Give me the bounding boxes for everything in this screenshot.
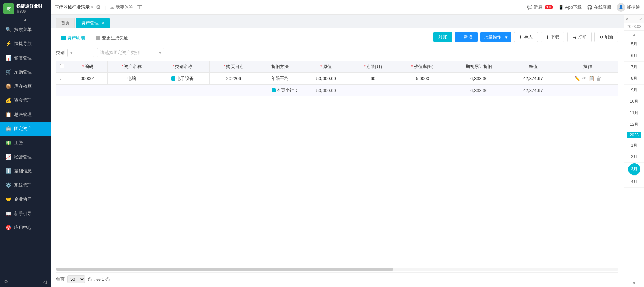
logo-icon: 财 bbox=[3, 3, 14, 14]
inventory-icon: 📦 bbox=[5, 83, 11, 89]
topbar-settings-icon[interactable]: ⚙ bbox=[96, 4, 101, 10]
row-category: 电子设备 bbox=[156, 73, 209, 85]
sidebar-label-guide: 新手引导 bbox=[14, 211, 32, 217]
tab-asset-mgmt[interactable]: 资产管理 × bbox=[76, 18, 110, 28]
month-item-4[interactable]: 4月 bbox=[624, 176, 644, 188]
month-item-7[interactable]: 7月 bbox=[624, 62, 644, 73]
month-list: 5月 6月 7月 8月 9月 10月 11月 12月 2023 1月 2月 3月… bbox=[624, 39, 644, 279]
sidebar-item-salary[interactable]: 💵 工资 bbox=[0, 136, 51, 150]
company-selector[interactable]: 医疗器械行业演示 ▾ bbox=[55, 4, 93, 10]
messages-button[interactable]: 💬 消息 99+ bbox=[527, 4, 553, 10]
month-item-1[interactable]: 1月 bbox=[624, 140, 644, 151]
settings-icon[interactable]: ⚙ bbox=[4, 279, 8, 284]
sidebar-label-purchase: 采购管理 bbox=[14, 69, 32, 75]
col-category: *类别名称 bbox=[156, 61, 209, 73]
tab-home[interactable]: 首页 bbox=[56, 18, 75, 28]
category-select[interactable]: ▾ bbox=[67, 49, 94, 57]
month-item-5[interactable]: 5月 bbox=[624, 39, 644, 50]
import-button[interactable]: ⬇ 导入 bbox=[514, 32, 538, 42]
sidebar-item-management[interactable]: 📈 经营管理 bbox=[0, 150, 51, 164]
category-input[interactable]: 请选择固定资产类别 ▾ bbox=[97, 48, 164, 57]
category-icon bbox=[171, 76, 175, 81]
assets-table: *编码 *资产名称 *类别名称 *购买日期 折旧方法 *原值 *期限(月) *残… bbox=[56, 61, 618, 96]
subtotal-checkbox-cell bbox=[56, 85, 68, 96]
app-version: 普及版 bbox=[16, 9, 42, 14]
sidebar-item-inventory[interactable]: 📦 库存核算 bbox=[0, 79, 51, 93]
sidebar-collapse-button[interactable]: ◁ bbox=[43, 279, 47, 284]
table-header-row: *编码 *资产名称 *类别名称 *购买日期 折旧方法 *原值 *期限(月) *残… bbox=[56, 61, 618, 73]
month-item-6[interactable]: 6月 bbox=[624, 50, 644, 62]
sidebar-item-enterprise[interactable]: 🤝 企业协同 bbox=[0, 192, 51, 206]
sidebar-item-app-center[interactable]: 🎯 应用中心 bbox=[0, 221, 51, 235]
batch-ops-button[interactable]: 批量操作 ▾ bbox=[480, 32, 511, 42]
col-depreciation-method: 折旧方法 bbox=[258, 61, 302, 73]
print-button[interactable]: 🖨 打印 bbox=[567, 32, 592, 42]
app-download-label: App下载 bbox=[565, 4, 582, 10]
calendar-up-button[interactable]: ▲ bbox=[624, 31, 644, 39]
sidebar-label-salary: 工资 bbox=[14, 140, 23, 146]
sidebar-label-fixed-assets: 固定资产 bbox=[14, 126, 32, 132]
col-net-value: 净值 bbox=[509, 61, 557, 73]
sidebar-item-funds[interactable]: 💰 资金管理 bbox=[0, 93, 51, 107]
delete-icon[interactable]: 🗑 bbox=[596, 76, 601, 81]
tab-close-icon[interactable]: × bbox=[102, 21, 104, 25]
calendar-down-button[interactable]: ▼ bbox=[624, 279, 644, 287]
sidebar-item-fixed-assets[interactable]: 🏢 固定资产 bbox=[0, 122, 51, 136]
month-item-9[interactable]: 9月 bbox=[624, 85, 644, 96]
download-button[interactable]: ⬇ 下载 bbox=[541, 32, 564, 42]
sub-tab-change-voucher[interactable]: 变更生成凭证 bbox=[90, 32, 133, 44]
month-item-3-active[interactable]: 3月 bbox=[628, 163, 640, 176]
guide-icon: 📖 bbox=[5, 211, 11, 217]
user-menu[interactable]: 👤 畅捷通 bbox=[617, 3, 640, 12]
refresh-button[interactable]: ↻ 刷新 bbox=[594, 32, 618, 42]
view-icon[interactable]: 👁 bbox=[582, 76, 587, 81]
copy-icon[interactable]: 📋 bbox=[589, 76, 594, 81]
sidebar-bottom: ⚙ ◁ bbox=[0, 276, 51, 287]
asset-detail-tab-icon bbox=[61, 36, 66, 40]
tab-home-label: 首页 bbox=[61, 20, 70, 25]
service-icon: 🎧 bbox=[587, 5, 592, 10]
row-select-checkbox[interactable] bbox=[60, 76, 64, 80]
toolbar: 对账 + 新增 批量操作 ▾ ⬇ 导入 bbox=[433, 32, 618, 44]
sidebar-item-system[interactable]: ⚙️ 系统管理 bbox=[0, 178, 51, 192]
per-page-select[interactable]: 50 10 20 100 bbox=[67, 275, 85, 283]
month-item-10[interactable]: 10月 bbox=[624, 96, 644, 107]
month-item-2[interactable]: 2月 bbox=[624, 151, 644, 163]
sidebar-item-purchase[interactable]: 🛒 采购管理 bbox=[0, 65, 51, 79]
sidebar-item-sales[interactable]: 📊 销售管理 bbox=[0, 51, 51, 65]
select-all-checkbox[interactable] bbox=[60, 64, 64, 68]
sidebar-item-ledger[interactable]: 📋 总账管理 bbox=[0, 107, 51, 122]
sidebar-item-basic-info[interactable]: ℹ️ 基础信息 bbox=[0, 164, 51, 178]
sidebar-item-quick-nav[interactable]: ⚡ 快捷导航 bbox=[0, 37, 51, 51]
right-panel-expand-button[interactable]: ⤢ bbox=[639, 16, 643, 21]
subtotal-row: 本页小计： 50,000.00 6,333.36 42,874.97 bbox=[56, 85, 618, 96]
right-panel-year: 2023.03 bbox=[624, 23, 644, 31]
quick-nav-icon: ⚡ bbox=[5, 41, 11, 47]
online-service-label: 在线客服 bbox=[594, 4, 611, 10]
topbar: 医疗器械行业演示 ▾ ⚙ | ☁ 我要体验一下 💬 消息 99+ 📱 App下载… bbox=[51, 0, 644, 15]
experience-button[interactable]: ☁ 我要体验一下 bbox=[110, 4, 142, 10]
right-panel-close-button[interactable]: ✕ bbox=[625, 16, 629, 21]
pagination: 每页 50 10 20 100 条，共 1 条 bbox=[56, 272, 618, 283]
row-period: 60 bbox=[350, 73, 396, 85]
month-item-11[interactable]: 11月 bbox=[624, 107, 644, 119]
new-button[interactable]: + 新增 bbox=[455, 32, 478, 42]
reconcile-button[interactable]: 对账 bbox=[433, 32, 452, 42]
horizontal-scrollbar[interactable] bbox=[56, 268, 618, 271]
ledger-icon: 📋 bbox=[5, 111, 11, 118]
edit-icon[interactable]: ✏️ bbox=[574, 76, 580, 81]
print-icon: 🖨 bbox=[572, 35, 577, 40]
col-purchase-date: *购买日期 bbox=[209, 61, 258, 73]
sidebar-scroll-up[interactable]: ▲ bbox=[0, 16, 51, 23]
month-item-8[interactable]: 8月 bbox=[624, 73, 644, 85]
col-period: *期限(月) bbox=[350, 61, 396, 73]
sidebar-label-funds: 资金管理 bbox=[14, 97, 32, 103]
month-item-12[interactable]: 12月 bbox=[624, 119, 644, 130]
online-service-button[interactable]: 🎧 在线客服 bbox=[587, 4, 611, 10]
sidebar-item-guide[interactable]: 📖 新手引导 bbox=[0, 206, 51, 221]
row-net-value: 42,874.97 bbox=[509, 73, 557, 85]
sub-tab-asset-detail[interactable]: 资产明细 bbox=[56, 32, 90, 44]
sidebar-item-search[interactable]: 🔍 搜索菜单 bbox=[0, 23, 51, 37]
app-download-button[interactable]: 📱 App下载 bbox=[558, 4, 582, 10]
table-row: 000001 电脑 电子设备 202206 年限平均 bbox=[56, 73, 618, 85]
